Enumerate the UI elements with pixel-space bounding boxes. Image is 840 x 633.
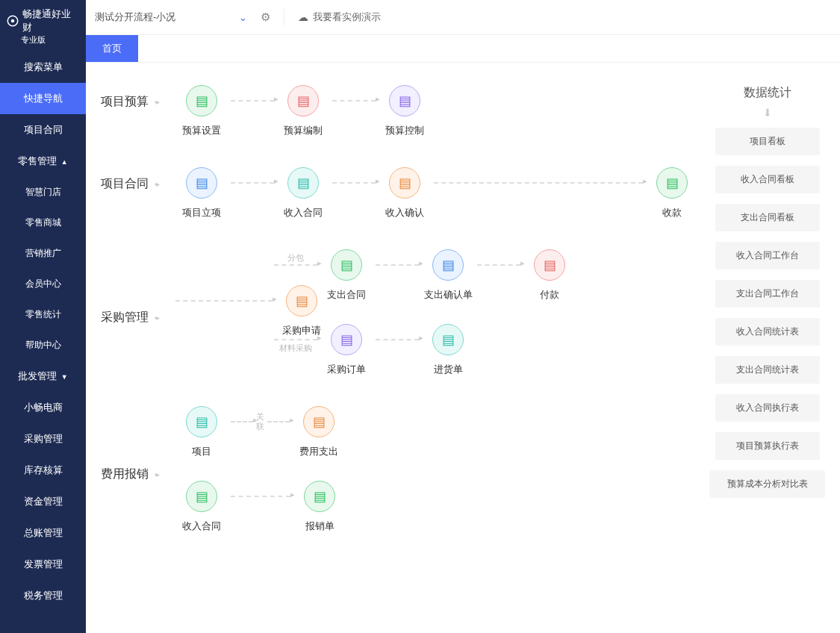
connector [434,182,643,184]
connector [477,264,520,266]
nav-retail-mall[interactable]: 零售商城 [0,208,86,238]
doc-icon [287,167,319,199]
doc-icon [432,324,464,355]
doc-icon [389,167,420,199]
node-receive[interactable]: 收款 [646,167,698,219]
nav-list: 搜索菜单 快捷导航 项目合同 零售管理 ▲ 智慧门店 零售商城 营销推广 会员中… [0,52,86,633]
stats-btn-budget-compare[interactable]: 预算成本分析对比表 [709,470,825,498]
brand-logo: 畅捷通好业财 [0,0,86,38]
connector [267,421,290,422]
group-label-purchase: 采购管理 ▪▸ [101,301,175,325]
org-selector[interactable]: 测试分开流程-小况 ⌄ [95,10,247,24]
nav-help-center[interactable]: 帮助中心 [0,330,86,361]
svg-point-1 [11,19,15,23]
node-expense-out[interactable]: 费用支出 [293,406,345,458]
nav-finance[interactable]: 资金管理 [0,486,86,517]
nav-invoice[interactable]: 发票管理 [0,549,86,580]
arrow-icon: ▪▸ [155,470,158,478]
org-name: 测试分开流程-小况 [95,10,175,24]
connector [231,182,274,184]
brand-edition: 专业版 [0,34,86,52]
nav-inventory[interactable]: 库存核算 [0,455,86,486]
node-expense-contract[interactable]: 支出合同 [320,249,373,302]
nav-project-contract[interactable]: 项目合同 [0,114,86,146]
doc-icon [389,85,420,116]
stats-btn-income-board[interactable]: 收入合同看板 [715,166,820,193]
demo-link[interactable]: ☁ 我要看实例演示 [298,10,381,24]
tab-home[interactable]: 首页 [86,35,138,62]
nav-retail-stats[interactable]: 零售统计 [0,299,86,330]
doc-icon [331,324,362,355]
stats-btn-expense-stats[interactable]: 支出合同统计表 [715,356,820,384]
arrow-icon: ▪▸ [155,180,158,188]
node-budget-setup[interactable]: 预算设置 [175,85,228,137]
stats-btn-budget-exec[interactable]: 项目预算执行表 [715,432,820,460]
connector [376,264,419,266]
nav-ledger[interactable]: 总账管理 [0,517,86,549]
node-reimburse[interactable]: 报销单 [293,481,346,533]
doc-icon [186,85,217,116]
nav-retail[interactable]: 零售管理 ▲ [0,146,86,177]
node-budget-compile[interactable]: 预算编制 [277,85,329,137]
stats-btn-expense-board[interactable]: 支出合同看板 [715,204,820,231]
node-project-init[interactable]: 项目立项 [175,167,228,219]
connector [332,100,376,102]
connector: 材料采购 [274,339,317,340]
tab-bar: 首页 [86,35,840,62]
node-income-confirm[interactable]: 收入确认 [379,167,431,219]
doc-icon [656,167,688,199]
node-purchase-order[interactable]: 采购订单 [320,324,373,376]
node-income-contract-2[interactable]: 收入合同 [175,481,228,533]
nav-marketing[interactable]: 营销推广 [0,238,86,269]
group-label-contract: 项目合同 ▪▸ [101,167,175,192]
doc-icon [304,481,335,512]
connector [175,300,273,302]
divider [284,9,284,25]
node-payment[interactable]: 付款 [523,249,576,302]
doc-icon [534,249,565,281]
connector [231,421,253,422]
node-project[interactable]: 项目 [175,406,228,458]
node-receipt[interactable]: 进货单 [422,324,474,376]
connector [376,339,419,340]
nav-search[interactable]: 搜索菜单 [0,52,86,83]
stats-btn-project-board[interactable]: 项目看板 [715,128,820,155]
connector [332,182,376,184]
brand-name: 畅捷通好业财 [22,7,80,34]
nav-ecommerce[interactable]: 小畅电商 [0,392,86,423]
nav-smart-store[interactable]: 智慧门店 [0,177,86,208]
connector [231,496,290,497]
flow-canvas: 项目预算 ▪▸ 预算设置 预算编制 [86,62,840,633]
connector: 分包 [274,264,317,266]
nav-wholesale[interactable]: 批发管理 ▼ [0,361,86,392]
stats-btn-income-stats[interactable]: 收入合同统计表 [715,318,820,346]
demo-label: 我要看实例演示 [313,10,381,24]
doc-icon [186,481,217,512]
group-label-budget: 项目预算 ▪▸ [101,85,175,110]
nav-tax[interactable]: 税务管理 [0,580,86,611]
doc-icon [286,285,317,316]
stats-btn-expense-workbench[interactable]: 支出合同工作台 [715,280,820,308]
main-area: 测试分开流程-小况 ⌄ ⚙ ☁ 我要看实例演示 首页 项目预算 ▪▸ [86,0,840,633]
node-budget-control[interactable]: 预算控制 [379,85,431,137]
topbar: 测试分开流程-小况 ⌄ ⚙ ☁ 我要看实例演示 [86,0,840,35]
stats-btn-income-exec[interactable]: 收入合同执行表 [715,394,820,422]
connector [231,100,274,102]
nav-quick[interactable]: 快捷导航 [0,83,86,114]
arrow-icon: ▪▸ [155,314,158,322]
doc-icon [287,85,319,116]
brand-icon [6,14,19,28]
node-income-contract[interactable]: 收入合同 [277,167,329,219]
stats-panel: 数据统计 ⬇ 项目看板 收入合同看板 支出合同看板 收入合同工作台 支出合同工作… [709,85,825,508]
nav-member-center[interactable]: 会员中心 [0,269,86,299]
cloud-icon: ☁ [298,11,308,23]
chevron-down-icon: ⌄ [239,12,247,23]
gear-icon[interactable]: ⚙ [261,10,270,24]
stats-btn-income-workbench[interactable]: 收入合同工作台 [715,242,820,269]
nav-purchase[interactable]: 采购管理 [0,423,86,455]
group-label-expense: 费用报销 ▪▸ [101,458,175,482]
app-root: 畅捷通好业财 专业版 搜索菜单 快捷导航 项目合同 零售管理 ▲ 智慧门店 零售… [0,0,840,633]
chevron-down-icon: ▼ [61,373,68,381]
node-expense-confirm[interactable]: 支出确认单 [422,249,474,302]
doc-icon [303,406,335,437]
